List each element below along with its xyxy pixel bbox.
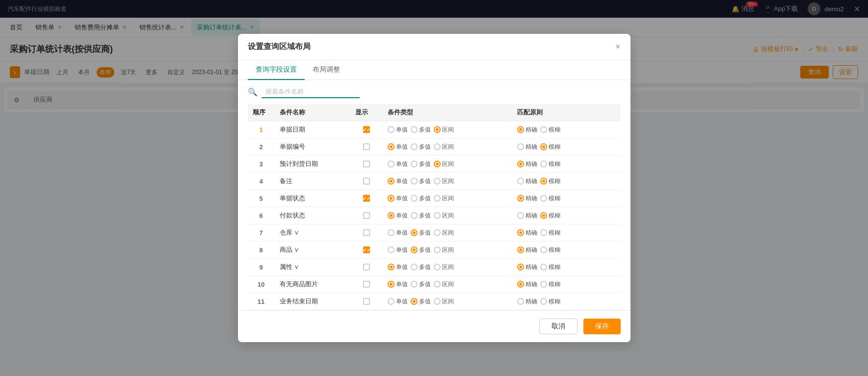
type-radio-区间-6[interactable]: 区间 bbox=[434, 229, 454, 237]
type-radio-多值-0[interactable]: 多值 bbox=[411, 126, 431, 134]
search-input[interactable] bbox=[262, 86, 360, 98]
type-radio-区间-3[interactable]: 区间 bbox=[434, 177, 454, 186]
row-display-0[interactable]: ✓ bbox=[350, 121, 383, 138]
type-radio-多值-3[interactable]: 多值 bbox=[411, 177, 431, 186]
row-match-0: 精确模糊 bbox=[512, 121, 620, 138]
table-row: 6付款状态单值多值区间精确模糊 bbox=[248, 207, 621, 224]
match-radio-模糊-5[interactable]: 模糊 bbox=[540, 212, 560, 220]
display-checkbox-8[interactable] bbox=[363, 264, 370, 270]
type-radio-区间-4[interactable]: 区间 bbox=[434, 194, 454, 203]
row-display-3[interactable] bbox=[350, 173, 383, 190]
type-radio-单值-4[interactable]: 单值 bbox=[388, 194, 408, 203]
type-radio-多值-1[interactable]: 多值 bbox=[411, 143, 431, 151]
match-radio-精确-6[interactable]: 精确 bbox=[517, 229, 537, 237]
row-name-9: 有无商品图片 bbox=[275, 276, 350, 293]
match-radio-精确-4[interactable]: 精确 bbox=[517, 194, 537, 203]
row-display-10[interactable] bbox=[350, 293, 383, 310]
display-checkbox-9[interactable] bbox=[363, 281, 370, 288]
row-display-9[interactable] bbox=[350, 276, 383, 293]
match-radio-精确-2[interactable]: 精确 bbox=[517, 160, 537, 168]
match-radio-模糊-3[interactable]: 模糊 bbox=[540, 177, 560, 186]
row-display-7[interactable]: ✓ bbox=[350, 242, 383, 259]
display-checkbox-6[interactable] bbox=[363, 229, 370, 236]
match-radio-精确-5[interactable]: 精确 bbox=[517, 212, 537, 220]
type-radio-单值-9[interactable]: 单值 bbox=[388, 280, 408, 289]
dialog-close-button[interactable]: × bbox=[615, 42, 621, 52]
match-radio-精确-8[interactable]: 精确 bbox=[517, 263, 537, 271]
row-order-8: 9 bbox=[248, 259, 275, 276]
table-row: 8商品 ∨✓单值多值区间精确模糊 bbox=[248, 242, 621, 259]
type-radio-多值-6[interactable]: 多值 bbox=[411, 229, 431, 237]
match-radio-精确-9[interactable]: 精确 bbox=[517, 280, 537, 289]
match-radio-精确-10[interactable]: 精确 bbox=[517, 297, 537, 306]
type-radio-多值-2[interactable]: 多值 bbox=[411, 160, 431, 168]
row-type-3: 单值多值区间 bbox=[383, 173, 512, 190]
match-radio-模糊-6[interactable]: 模糊 bbox=[540, 229, 560, 237]
col-header-name: 条件名称 bbox=[275, 104, 350, 121]
type-radio-单值-6[interactable]: 单值 bbox=[388, 229, 408, 237]
type-radio-区间-0[interactable]: 区间 bbox=[434, 126, 454, 134]
row-match-5: 精确模糊 bbox=[512, 207, 620, 224]
type-radio-单值-1[interactable]: 单值 bbox=[388, 143, 408, 151]
display-checkbox-3[interactable] bbox=[363, 178, 370, 185]
save-button[interactable]: 保存 bbox=[583, 319, 621, 334]
match-radio-模糊-7[interactable]: 模糊 bbox=[540, 246, 560, 254]
row-display-8[interactable] bbox=[350, 259, 383, 276]
display-checkbox-7[interactable]: ✓ bbox=[363, 246, 370, 253]
display-checkbox-1[interactable] bbox=[363, 143, 370, 150]
match-radio-模糊-0[interactable]: 模糊 bbox=[540, 126, 560, 134]
type-radio-区间-1[interactable]: 区间 bbox=[434, 143, 454, 151]
type-radio-单值-3[interactable]: 单值 bbox=[388, 177, 408, 186]
row-display-6[interactable] bbox=[350, 224, 383, 242]
row-name-6: 仓库 ∨ bbox=[275, 224, 350, 242]
dialog-tab-bar: 查询字段设置 布局调整 bbox=[238, 60, 631, 80]
type-radio-单值-0[interactable]: 单值 bbox=[388, 126, 408, 134]
row-display-1[interactable] bbox=[350, 138, 383, 156]
match-radio-精确-0[interactable]: 精确 bbox=[517, 126, 537, 134]
type-radio-多值-8[interactable]: 多值 bbox=[411, 263, 431, 271]
dialog-header: 设置查询区域布局 × bbox=[238, 34, 631, 60]
display-checkbox-0[interactable]: ✓ bbox=[363, 126, 370, 133]
type-radio-单值-5[interactable]: 单值 bbox=[388, 212, 408, 220]
type-radio-区间-5[interactable]: 区间 bbox=[434, 212, 454, 220]
type-radio-区间-8[interactable]: 区间 bbox=[434, 263, 454, 271]
type-radio-多值-5[interactable]: 多值 bbox=[411, 212, 431, 220]
match-radio-模糊-8[interactable]: 模糊 bbox=[540, 263, 560, 271]
type-radio-多值-10[interactable]: 多值 bbox=[411, 297, 431, 306]
type-radio-区间-9[interactable]: 区间 bbox=[434, 280, 454, 289]
row-type-2: 单值多值区间 bbox=[383, 156, 512, 173]
row-display-2[interactable] bbox=[350, 156, 383, 173]
type-radio-多值-7[interactable]: 多值 bbox=[411, 246, 431, 254]
table-row: 9属性 ∨单值多值区间精确模糊 bbox=[248, 259, 621, 276]
row-order-4: 5 bbox=[248, 190, 275, 207]
row-type-10: 单值多值区间 bbox=[383, 293, 512, 310]
match-radio-模糊-4[interactable]: 模糊 bbox=[540, 194, 560, 203]
display-checkbox-10[interactable] bbox=[363, 298, 370, 305]
display-checkbox-4[interactable]: ✓ bbox=[363, 195, 370, 202]
type-radio-区间-2[interactable]: 区间 bbox=[434, 160, 454, 168]
match-radio-精确-7[interactable]: 精确 bbox=[517, 246, 537, 254]
match-radio-精确-1[interactable]: 精确 bbox=[517, 143, 537, 151]
match-radio-精确-3[interactable]: 精确 bbox=[517, 177, 537, 186]
type-radio-单值-2[interactable]: 单值 bbox=[388, 160, 408, 168]
row-display-5[interactable] bbox=[350, 207, 383, 224]
type-radio-多值-4[interactable]: 多值 bbox=[411, 194, 431, 203]
type-radio-区间-7[interactable]: 区间 bbox=[434, 246, 454, 254]
row-display-4[interactable]: ✓ bbox=[350, 190, 383, 207]
type-radio-区间-10[interactable]: 区间 bbox=[434, 297, 454, 306]
match-radio-模糊-1[interactable]: 模糊 bbox=[540, 143, 560, 151]
type-radio-多值-9[interactable]: 多值 bbox=[411, 280, 431, 289]
dialog-tab-field-settings[interactable]: 查询字段设置 bbox=[248, 60, 305, 80]
match-radio-模糊-10[interactable]: 模糊 bbox=[540, 297, 560, 306]
display-checkbox-2[interactable] bbox=[363, 161, 370, 167]
display-checkbox-5[interactable] bbox=[363, 212, 370, 219]
type-radio-单值-8[interactable]: 单值 bbox=[388, 263, 408, 271]
dialog-tab-layout-adjust[interactable]: 布局调整 bbox=[305, 60, 348, 80]
row-type-7: 单值多值区间 bbox=[383, 242, 512, 259]
type-radio-单值-10[interactable]: 单值 bbox=[388, 297, 408, 306]
match-radio-模糊-9[interactable]: 模糊 bbox=[540, 280, 560, 289]
cancel-button[interactable]: 取消 bbox=[539, 319, 578, 334]
match-radio-模糊-2[interactable]: 模糊 bbox=[540, 160, 560, 168]
type-radio-单值-7[interactable]: 单值 bbox=[388, 246, 408, 254]
row-name-7: 商品 ∨ bbox=[275, 242, 350, 259]
